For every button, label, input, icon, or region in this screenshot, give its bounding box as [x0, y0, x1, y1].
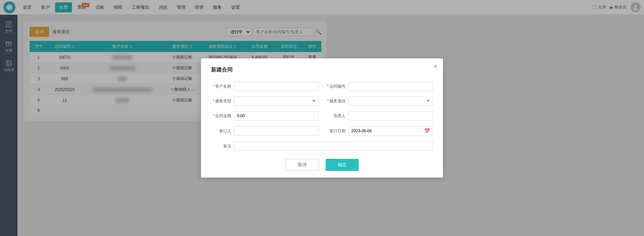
notes-row: 备注 [211, 141, 433, 151]
dialog-overlay[interactable]: 新建合同 ✕ *客户名称 *合同编号 *服务类型 [0, 0, 644, 236]
dialog-title: 新建合同 [211, 66, 433, 74]
service-type-label: *服务类型 [211, 98, 231, 104]
dialog-footer: 取消 确定 [211, 159, 433, 171]
sign-date-row: 签订日期 📅 [325, 126, 433, 136]
notes-input[interactable] [234, 141, 433, 151]
dialog-form: *客户名称 *合同编号 *服务类型 *服务项目 [211, 82, 433, 151]
sign-date-label: 签订日期 [325, 128, 346, 134]
signer-row: 签订人 [211, 126, 319, 136]
cancel-button[interactable]: 取消 [285, 159, 319, 171]
customer-name-label: *客户名称 [211, 84, 231, 89]
notes-label: 备注 [211, 143, 231, 149]
responsible-person-input[interactable] [348, 111, 433, 121]
customer-name-input[interactable] [234, 82, 319, 91]
service-type-select[interactable] [234, 96, 319, 106]
customer-name-row: *客户名称 [211, 82, 319, 91]
contract-no-input[interactable] [348, 82, 433, 91]
contract-no-row: *合同编号 [325, 82, 433, 91]
confirm-button[interactable]: 确定 [326, 159, 359, 171]
signer-label: 签订人 [211, 128, 231, 134]
sign-date-input[interactable] [351, 129, 424, 133]
responsible-person-label: 负责人 [325, 113, 346, 119]
service-item-select[interactable] [348, 96, 433, 106]
service-type-row: *服务类型 [211, 96, 319, 106]
calendar-icon[interactable]: 📅 [424, 128, 430, 134]
service-item-label: *服务项目 [325, 98, 346, 104]
new-contract-dialog: 新建合同 ✕ *客户名称 *合同编号 *服务类型 [201, 58, 443, 178]
contract-amount-input[interactable] [234, 111, 319, 121]
contract-amount-label: *合同金额 [211, 113, 231, 119]
dialog-close-button[interactable]: ✕ [433, 63, 438, 69]
service-item-row: *服务项目 [325, 96, 433, 106]
signer-input[interactable] [234, 126, 319, 136]
responsible-person-row: 负责人 [325, 111, 433, 121]
sign-date-wrapper: 📅 [348, 126, 433, 136]
contract-no-label: *合同编号 [325, 84, 346, 89]
contract-amount-row: *合同金额 [211, 111, 319, 121]
